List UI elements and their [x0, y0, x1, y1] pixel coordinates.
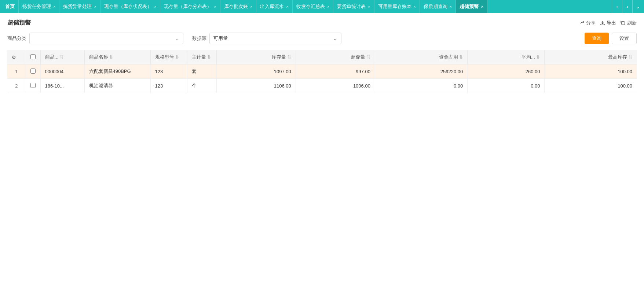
page-container: 超储预警 分享 导出 刷新 商品 — [0, 13, 644, 99]
data-table: ⚙ 商品... ⇅ 商品名称 ⇅ 规格型号 ⇅ 主计量 — [7, 50, 637, 93]
nav-item-6[interactable]: 出入库流水 × — [256, 0, 292, 13]
query-button[interactable]: 查询 — [585, 33, 609, 44]
nav-menu-button[interactable]: ⌄ — [632, 0, 643, 13]
nav-prev-button[interactable]: ‹ — [612, 0, 622, 13]
sort-icon: ⇅ — [60, 55, 63, 60]
row-spec-0: 123 — [150, 64, 187, 79]
col-code-header[interactable]: 商品... ⇅ — [40, 50, 84, 64]
nav-next-button[interactable]: › — [622, 0, 632, 13]
filter-row: 商品分类 ⌄ 数据源 可用量 ⌄ 查询 设置 — [7, 33, 637, 44]
table-header-row: ⚙ 商品... ⇅ 商品名称 ⇅ 规格型号 ⇅ 主计量 — [7, 50, 637, 64]
row-capital-0: 259220.00 — [375, 64, 467, 79]
row-checkbox-cell-0[interactable] — [26, 64, 40, 79]
nav-item-2[interactable]: 拣货异常处理 × — [59, 0, 100, 13]
close-icon[interactable]: × — [214, 4, 216, 9]
nav-item-11[interactable]: 超储预警 × — [456, 0, 487, 13]
chevron-down-icon: ⌄ — [333, 36, 337, 41]
header-actions: 分享 导出 刷新 — [579, 20, 637, 26]
table-row: 1 0000004 六配套新昌490BPG 123 套 1097.00 997.… — [7, 64, 637, 79]
row-code-0: 0000004 — [40, 64, 84, 79]
export-button[interactable]: 导出 — [600, 20, 616, 26]
export-icon — [600, 21, 605, 26]
sort-icon: ⇅ — [109, 55, 113, 60]
sort-icon: ⇅ — [367, 55, 370, 60]
row-checkbox-1[interactable] — [30, 83, 36, 88]
row-overflow-1: 1006.00 — [296, 79, 375, 93]
gear-icon: ⚙ — [12, 55, 16, 60]
nav-item-10[interactable]: 保质期查询 × — [420, 0, 456, 13]
nav-item-5[interactable]: 库存批次账 × — [220, 0, 256, 13]
table-body: 1 0000004 六配套新昌490BPG 123 套 1097.00 997.… — [7, 64, 637, 93]
col-avg-header[interactable]: 平均... ⇅ — [468, 50, 545, 64]
row-capital-1: 0.00 — [375, 79, 467, 93]
nav-item-7[interactable]: 收发存汇总表 × — [293, 0, 333, 13]
nav-item-8[interactable]: 要货单统计表 × — [333, 0, 374, 13]
col-stock-header[interactable]: 库存量 ⇅ — [216, 50, 296, 64]
close-icon[interactable]: × — [154, 4, 156, 9]
chevron-down-icon: ⌄ — [175, 36, 179, 41]
sort-icon: ⇅ — [288, 55, 291, 60]
category-select[interactable]: ⌄ — [29, 33, 183, 44]
close-icon[interactable]: × — [94, 4, 96, 9]
row-index-1: 2 — [7, 79, 26, 93]
table-row: 2 186-10... 机油滤清器 123 个 1106.00 1006.00 … — [7, 79, 637, 93]
nav-item-4[interactable]: 现存量（库存分布表） × — [160, 0, 220, 13]
row-overflow-0: 997.00 — [296, 64, 375, 79]
close-icon[interactable]: × — [286, 4, 288, 9]
sort-icon: ⇅ — [459, 55, 463, 60]
nav-arrows: ‹ › ⌄ — [612, 0, 643, 13]
close-icon[interactable]: × — [450, 4, 452, 9]
col-overflow-header[interactable]: 超储量 ⇅ — [296, 50, 375, 64]
close-icon[interactable]: × — [250, 4, 252, 9]
col-settings-header[interactable]: ⚙ — [7, 50, 26, 64]
filter-actions: 查询 设置 — [585, 33, 637, 44]
datasource-label: 数据源 — [192, 35, 206, 42]
col-name-header[interactable]: 商品名称 ⇅ — [84, 50, 150, 64]
share-icon — [579, 21, 585, 26]
col-unit-header[interactable]: 主计量 ⇅ — [187, 50, 216, 64]
close-icon[interactable]: × — [53, 4, 55, 9]
row-avg-1: 0.00 — [468, 79, 545, 93]
datasource-select[interactable]: 可用量 ⌄ — [209, 33, 341, 44]
close-icon[interactable]: × — [414, 4, 416, 9]
row-max-0: 100.00 — [545, 64, 637, 79]
row-stock-0: 1097.00 — [216, 64, 296, 79]
category-filter: 商品分类 ⌄ — [7, 33, 183, 44]
sort-icon: ⇅ — [175, 55, 179, 60]
nav-bar: 首页 拣货任务管理 × 拣货异常处理 × 现存量（库存状况表） × 现存量（库存… — [0, 0, 644, 13]
nav-item-1[interactable]: 拣货任务管理 × — [19, 0, 59, 13]
share-button[interactable]: 分享 — [579, 20, 596, 26]
row-checkbox-0[interactable] — [30, 68, 36, 74]
nav-item-9[interactable]: 可用量库存账本 × — [374, 0, 420, 13]
row-unit-0: 套 — [187, 64, 216, 79]
sort-icon: ⇅ — [629, 55, 632, 60]
category-label: 商品分类 — [7, 35, 26, 42]
col-spec-header[interactable]: 规格型号 ⇅ — [150, 50, 187, 64]
refresh-button[interactable]: 刷新 — [621, 20, 637, 26]
row-name-1: 机油滤清器 — [84, 79, 150, 93]
row-name-0: 六配套新昌490BPG — [84, 64, 150, 79]
row-checkbox-cell-1[interactable] — [26, 79, 40, 93]
row-unit-1: 个 — [187, 79, 216, 93]
settings-button[interactable]: 设置 — [612, 33, 637, 44]
page-title: 超储预警 — [7, 19, 31, 27]
col-max-header[interactable]: 最高库存 ⇅ — [545, 50, 637, 64]
col-checkbox-header[interactable] — [26, 50, 40, 64]
row-max-1: 100.00 — [545, 79, 637, 93]
sort-icon: ⇅ — [536, 55, 540, 60]
close-icon[interactable]: × — [481, 4, 483, 9]
row-avg-0: 260.00 — [468, 64, 545, 79]
row-index-0: 1 — [7, 64, 26, 79]
nav-home[interactable]: 首页 — [1, 0, 19, 13]
close-icon[interactable]: × — [327, 4, 329, 9]
row-stock-1: 1106.00 — [216, 79, 296, 93]
select-all-checkbox[interactable] — [30, 54, 36, 59]
refresh-icon — [621, 21, 626, 26]
datasource-filter: 数据源 可用量 ⌄ — [192, 33, 341, 44]
row-code-1: 186-10... — [40, 79, 84, 93]
sort-icon: ⇅ — [207, 55, 211, 60]
col-capital-header[interactable]: 资金占用 ⇅ — [375, 50, 467, 64]
row-spec-1: 123 — [150, 79, 187, 93]
close-icon[interactable]: × — [368, 4, 370, 9]
nav-item-3[interactable]: 现存量（库存状况表） × — [100, 0, 160, 13]
